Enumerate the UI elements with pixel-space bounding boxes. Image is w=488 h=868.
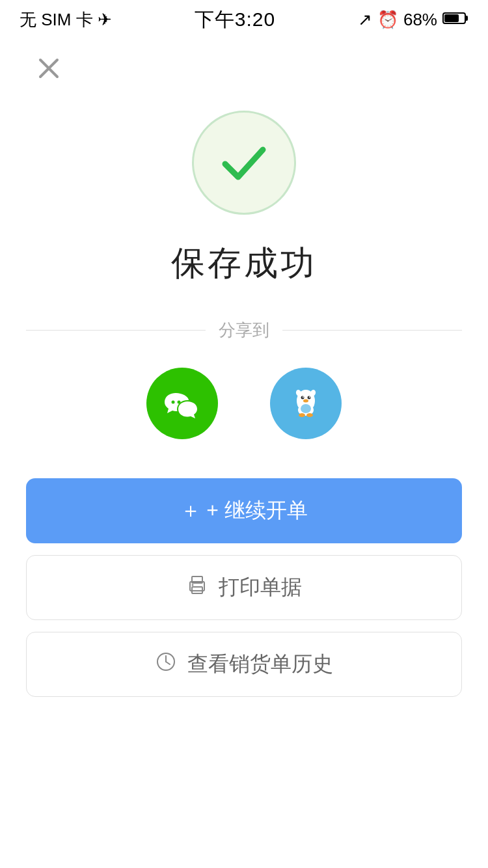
svg-point-22	[306, 413, 313, 417]
svg-line-29	[166, 662, 170, 664]
divider-left	[26, 330, 206, 331]
print-label: 打印单据	[219, 573, 302, 602]
svg-rect-2	[444, 14, 459, 22]
success-title: 保存成功	[171, 241, 317, 286]
plus-icon: ＋	[180, 496, 201, 525]
alarm-icon: ⏰	[377, 10, 398, 30]
svg-point-14	[301, 396, 305, 400]
print-button[interactable]: 打印单据	[26, 555, 462, 620]
svg-point-8	[183, 408, 186, 411]
svg-point-9	[188, 408, 191, 411]
checkmark-icon	[215, 133, 273, 192]
wechat-icon	[161, 383, 203, 424]
divider-right	[282, 330, 462, 331]
status-left: 无 SIM 卡 ✈	[20, 8, 112, 31]
wechat-share-button[interactable]	[146, 368, 218, 439]
close-button-row	[26, 39, 462, 91]
continue-label: + 继续开单	[206, 496, 308, 525]
share-label: 分享到	[219, 319, 269, 342]
svg-point-17	[309, 396, 310, 398]
svg-point-26	[192, 584, 194, 586]
status-right: ↗ ⏰ 68%	[358, 10, 468, 30]
svg-point-18	[303, 400, 308, 403]
main-content: 保存成功 分享到	[0, 39, 488, 709]
close-button[interactable]	[33, 52, 65, 85]
sim-text: 无 SIM 卡 ✈	[20, 8, 112, 31]
svg-point-6	[172, 401, 175, 404]
qq-icon	[285, 383, 327, 424]
battery-icon	[442, 10, 468, 30]
continue-button[interactable]: ＋ + 继续开单	[26, 478, 462, 543]
clock-icon	[155, 651, 177, 678]
svg-point-21	[299, 413, 305, 417]
qq-share-button[interactable]	[270, 368, 342, 439]
history-label: 查看销货单历史	[187, 650, 333, 679]
svg-point-13	[301, 404, 311, 413]
svg-point-7	[178, 401, 181, 404]
status-time: 下午3:20	[195, 7, 275, 33]
battery-text: 68%	[403, 10, 437, 30]
svg-point-16	[303, 396, 304, 398]
share-icons-row	[146, 368, 342, 439]
status-bar: 无 SIM 卡 ✈ 下午3:20 ↗ ⏰ 68%	[0, 0, 488, 39]
svg-point-15	[308, 396, 311, 400]
location-icon: ↗	[358, 10, 372, 30]
success-circle	[192, 111, 296, 215]
share-divider: 分享到	[26, 319, 462, 342]
svg-rect-1	[465, 16, 468, 21]
printer-icon	[186, 574, 208, 601]
history-button[interactable]: 查看销货单历史	[26, 632, 462, 697]
